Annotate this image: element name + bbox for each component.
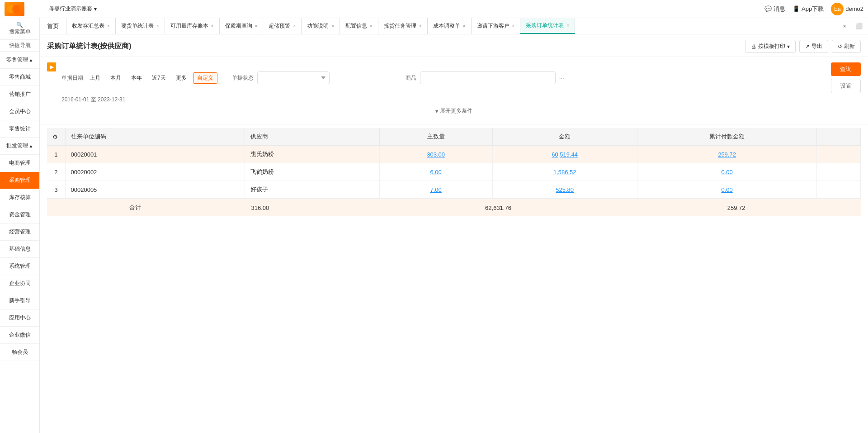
sidebar-item-retail-shop[interactable]: 零售商城 bbox=[0, 69, 39, 86]
close-all-tabs-btn[interactable]: × bbox=[839, 21, 850, 32]
table-row[interactable]: 1 00020001 惠氏奶粉 303.00 60,519.44 259.72 bbox=[47, 146, 861, 163]
th-qty: 主数量 bbox=[379, 128, 492, 146]
sidebar-search[interactable]: 🔍 搜索菜单 bbox=[0, 18, 39, 40]
print-btn[interactable]: 🖨 按模板打印 ▾ bbox=[745, 40, 796, 53]
filter-toggle-btn[interactable]: ▶ bbox=[47, 62, 56, 71]
cell-supplier: 飞鹤奶粉 bbox=[245, 163, 379, 181]
tab-invite-customer[interactable]: 邀请下游客户 × bbox=[472, 18, 521, 34]
cell-qty[interactable]: 6.00 bbox=[379, 163, 492, 181]
export-icon: ↗ bbox=[805, 43, 810, 50]
tab-close-pick-task[interactable]: × bbox=[419, 24, 422, 29]
company-selector[interactable]: 母婴行业演示账套 ▾ bbox=[44, 5, 764, 13]
footer-amount: 62,631.76 bbox=[379, 205, 618, 211]
tab-close-cost-adjust[interactable]: × bbox=[463, 24, 466, 29]
goods-input[interactable] bbox=[420, 71, 556, 84]
tab-close-purchase-stats[interactable]: × bbox=[156, 24, 159, 29]
tab-pick-task[interactable]: 拣货任务管理 × bbox=[378, 18, 428, 34]
sidebar-item-app-center[interactable]: 应用中心 bbox=[0, 309, 39, 327]
app-download-btn[interactable]: 📱 App下载 bbox=[793, 5, 824, 13]
sidebar-item-enterprise[interactable]: 企业协同 bbox=[0, 275, 39, 292]
table-row[interactable]: 3 00020005 好孩子 7.00 525.80 0.00 bbox=[47, 181, 861, 199]
tab-close-invite-customer[interactable]: × bbox=[512, 24, 515, 29]
print-dropdown-icon: ▾ bbox=[787, 43, 790, 50]
tab-func-desc[interactable]: 功能说明 × bbox=[302, 18, 340, 34]
sidebar-item-operations[interactable]: 经营管理 bbox=[0, 224, 39, 241]
settings-btn[interactable]: 设置 bbox=[831, 79, 861, 93]
sidebar: 🔍 搜索菜单 快捷导航 零售管理▲ 零售商城 营销推广 会员中心 零售统计 bbox=[0, 18, 40, 433]
export-btn[interactable]: ↗ 导出 bbox=[799, 40, 828, 53]
tab-close-func-desc[interactable]: × bbox=[331, 24, 334, 29]
sidebar-item-finance[interactable]: 资金管理 bbox=[0, 206, 39, 224]
cell-paid[interactable]: 0.00 bbox=[637, 163, 817, 181]
cell-code: 00020002 bbox=[65, 163, 245, 181]
footer-qty: 316.00 bbox=[141, 205, 379, 211]
message-btn[interactable]: 💬 消息 bbox=[764, 5, 785, 13]
goods-label: 商品 bbox=[406, 74, 416, 82]
cell-paid[interactable]: 0.00 bbox=[637, 181, 817, 199]
tab-available-stock[interactable]: 可用量库存账本 × bbox=[165, 18, 220, 34]
sidebar-item-wholesale[interactable]: 批发管理▲ bbox=[0, 138, 39, 155]
sidebar-item-marketing[interactable]: 营销推广 bbox=[0, 86, 39, 103]
th-check: ⚙ bbox=[47, 128, 65, 146]
tab-close-warranty[interactable]: × bbox=[255, 24, 258, 29]
refresh-icon: ↺ bbox=[838, 43, 842, 50]
cell-supplier: 好孩子 bbox=[245, 181, 379, 199]
cell-amount[interactable]: 60,519.44 bbox=[492, 146, 637, 163]
maximize-btn[interactable]: ⬜ bbox=[854, 21, 864, 32]
cell-amount[interactable]: 525.80 bbox=[492, 181, 637, 199]
status-select[interactable] bbox=[257, 71, 330, 84]
th-amount: 金额 bbox=[492, 128, 637, 146]
cell-qty[interactable]: 303.00 bbox=[379, 146, 492, 163]
expand-conditions-btn[interactable]: ▾ 展开更多条件 bbox=[430, 105, 478, 117]
footer-total-label: 合计 bbox=[129, 204, 141, 212]
date-filter-group: 单据日期 上月 本月 本年 近7天 更多 自 bbox=[61, 72, 217, 84]
refresh-btn[interactable]: ↺ 刷新 bbox=[832, 40, 861, 53]
date-label: 单据日期 bbox=[61, 74, 83, 82]
user-profile[interactable]: Ea demo2 bbox=[831, 3, 863, 15]
sidebar-item-retail-manage[interactable]: 零售管理▲ bbox=[0, 52, 39, 69]
sidebar-item-guide[interactable]: 新手引导 bbox=[0, 292, 39, 309]
sidebar-item-inventory[interactable]: 库存核算 bbox=[0, 189, 39, 206]
tab-purchase-order-stats[interactable]: 采购订单统计表 × bbox=[520, 18, 575, 34]
tab-close-config[interactable]: × bbox=[370, 24, 373, 29]
tab-receive-send[interactable]: 收发存汇总表 × bbox=[66, 18, 116, 34]
page-header: 采购订单统计表(按供应商) 🖨 按模板打印 ▾ ↗ 导出 bbox=[40, 34, 868, 57]
cell-amount[interactable]: 1,586.52 bbox=[492, 163, 637, 181]
date-btn-7days[interactable]: 近7天 bbox=[148, 72, 170, 84]
sidebar-item-wechat[interactable]: 企业微信 bbox=[0, 327, 39, 344]
filter-area: ▶ 单据日期 上月 本月 本年 bbox=[40, 57, 868, 124]
tab-cost-adjust[interactable]: 成本调整单 × bbox=[428, 18, 472, 34]
query-btn[interactable]: 查询 bbox=[831, 62, 861, 76]
tab-close-overstock[interactable]: × bbox=[293, 24, 296, 29]
date-btn-more[interactable]: 更多 bbox=[172, 72, 190, 84]
sidebar-item-ecommerce[interactable]: 电商管理 bbox=[0, 155, 39, 172]
tab-config[interactable]: 配置信息 × bbox=[340, 18, 378, 34]
date-btn-this-month[interactable]: 本月 bbox=[107, 72, 125, 84]
tab-purchase-stats[interactable]: 要货单统计表 × bbox=[116, 18, 165, 34]
tab-close-receive-send[interactable]: × bbox=[107, 24, 110, 29]
tab-overstock[interactable]: 超储预警 × bbox=[263, 18, 302, 34]
cell-paid[interactable]: 259.72 bbox=[637, 146, 817, 163]
sidebar-item-members[interactable]: 会员中心 bbox=[0, 103, 39, 120]
tab-home[interactable]: 首页 bbox=[40, 18, 66, 34]
download-icon: 📱 bbox=[793, 5, 800, 12]
tab-close-available-stock[interactable]: × bbox=[211, 24, 214, 29]
sidebar-item-vip[interactable]: 畅会员 bbox=[0, 344, 39, 361]
sidebar-item-purchase[interactable]: 采购管理 bbox=[0, 172, 39, 189]
date-btn-last-month[interactable]: 上月 bbox=[86, 72, 104, 84]
date-btn-custom[interactable]: 自定义 bbox=[193, 72, 217, 84]
table-row[interactable]: 2 00020002 飞鹤奶粉 6.00 1,586.52 0.00 bbox=[47, 163, 861, 181]
sidebar-quick-nav[interactable]: 快捷导航 bbox=[0, 40, 39, 52]
cell-qty[interactable]: 7.00 bbox=[379, 181, 492, 199]
date-btn-this-year[interactable]: 本年 bbox=[127, 72, 146, 84]
sidebar-item-system[interactable]: 系统管理 bbox=[0, 258, 39, 275]
tab-warranty[interactable]: 保质期查询 × bbox=[220, 18, 264, 34]
cell-extra bbox=[817, 146, 861, 163]
sidebar-item-retail-stats[interactable]: 零售统计 bbox=[0, 120, 39, 138]
logo-area: 标签 bbox=[5, 2, 44, 16]
svg-text:标签: 标签 bbox=[10, 14, 19, 15]
settings-icon[interactable]: ⚙ bbox=[52, 133, 58, 140]
sidebar-item-basic-info[interactable]: 基础信息 bbox=[0, 241, 39, 258]
tab-close-purchase-order-stats[interactable]: × bbox=[566, 23, 569, 28]
goods-more-icon: ··· bbox=[559, 75, 564, 81]
